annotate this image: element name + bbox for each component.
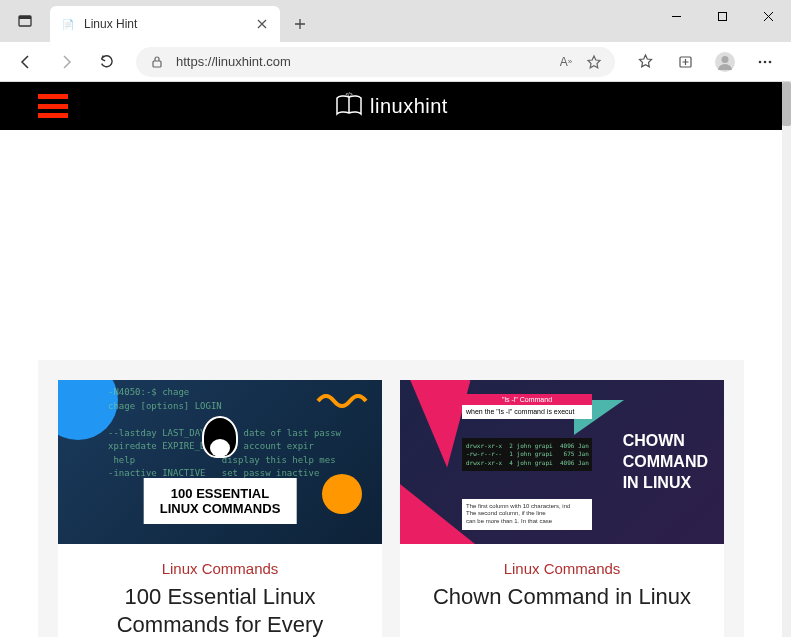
article-thumbnail: -N4050:-$ chage chage [options] LOGIN --… <box>58 380 382 544</box>
article-category[interactable]: Linux Commands <box>412 560 712 577</box>
article-category[interactable]: Linux Commands <box>70 560 370 577</box>
reader-mode-icon[interactable]: A» <box>557 53 575 71</box>
profile-avatar-icon[interactable] <box>707 46 743 78</box>
article-title[interactable]: Chown Command in Linux <box>412 583 712 611</box>
svg-point-7 <box>759 60 762 63</box>
svg-point-9 <box>769 60 772 63</box>
article-thumbnail: "ls -l" Command when the "ls -l" command… <box>400 380 724 544</box>
back-button[interactable] <box>8 46 44 78</box>
tab-close-button[interactable] <box>254 16 270 32</box>
article-grid: -N4050:-$ chage chage [options] LOGIN --… <box>38 360 744 637</box>
more-menu-button[interactable] <box>747 46 783 78</box>
article-card[interactable]: "ls -l" Command when the "ls -l" command… <box>400 380 724 637</box>
tab-title: Linux Hint <box>84 17 246 31</box>
refresh-button[interactable] <box>88 46 124 78</box>
svg-text:</>: </> <box>345 91 352 97</box>
tab-favicon-icon: 📄 <box>60 16 76 32</box>
tux-penguin-icon <box>202 416 238 458</box>
svg-point-6 <box>722 56 729 63</box>
svg-rect-2 <box>718 12 726 20</box>
collections-icon[interactable] <box>667 46 703 78</box>
article-title[interactable]: 100 Essential Linux Commands for Every <box>70 583 370 637</box>
site-info-lock-icon[interactable] <box>148 53 166 71</box>
new-tab-button[interactable] <box>286 10 314 38</box>
scrollbar-thumb[interactable] <box>782 82 791 126</box>
window-minimize-button[interactable] <box>653 0 699 32</box>
address-bar[interactable]: https://linuxhint.com A» <box>136 47 615 77</box>
svg-rect-1 <box>19 16 31 19</box>
favorite-star-icon[interactable] <box>585 53 603 71</box>
logo-text: linuxhint <box>370 95 448 118</box>
thumb-banner: 100 ESSENTIAL LINUX COMMANDS <box>144 478 297 524</box>
thumb-code-block: drwxr-xr-x 2 john grapi 4096 Jan -rw-r--… <box>462 438 592 471</box>
browser-tab[interactable]: 📄 Linux Hint <box>50 6 280 42</box>
article-card[interactable]: -N4050:-$ chage chage [options] LOGIN --… <box>58 380 382 637</box>
page-viewport: </> linuxhint -N4050:-$ chage chage [opt… <box>0 82 791 637</box>
url-text: https://linuxhint.com <box>176 54 547 69</box>
window-close-button[interactable] <box>745 0 791 32</box>
thumb-panel: The first column with 10 characters, ind… <box>462 499 592 530</box>
site-logo[interactable]: </> linuxhint <box>334 91 448 121</box>
vertical-scrollbar[interactable] <box>782 82 791 637</box>
hamburger-menu-button[interactable] <box>38 94 68 118</box>
thumb-panel: "ls -l" Command when the "ls -l" command… <box>462 394 592 419</box>
browser-toolbar: https://linuxhint.com A» <box>0 42 791 82</box>
browser-titlebar: 📄 Linux Hint <box>0 0 791 42</box>
svg-point-8 <box>764 60 767 63</box>
svg-rect-3 <box>153 61 161 67</box>
tab-actions-button[interactable] <box>0 0 50 42</box>
site-header: </> linuxhint <box>0 82 782 130</box>
logo-book-icon: </> <box>334 91 364 121</box>
window-maximize-button[interactable] <box>699 0 745 32</box>
thumb-title: CHOWN COMMAND IN LINUX <box>623 431 708 493</box>
forward-button[interactable] <box>48 46 84 78</box>
favorites-icon[interactable] <box>627 46 663 78</box>
